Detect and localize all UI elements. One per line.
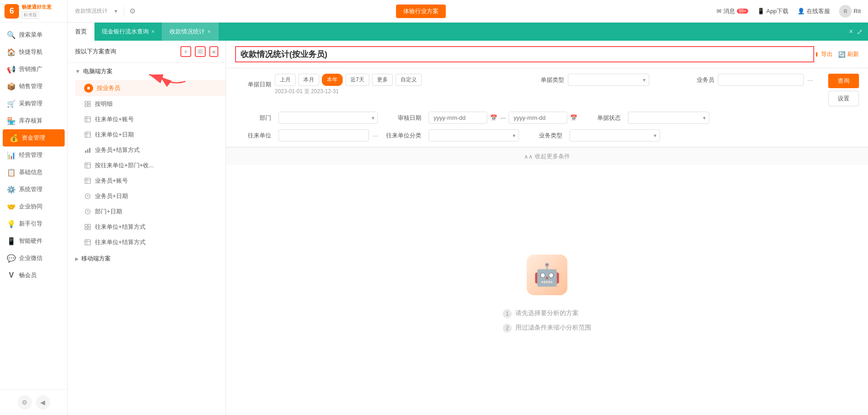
partner-category-label: 往来单位分类 xyxy=(385,132,421,140)
partner-more-icon[interactable]: ··· xyxy=(373,132,378,139)
date-btn-this-month[interactable]: 本月 xyxy=(298,74,319,86)
sidebar-item-search[interactable]: 🔍 搜索菜单 xyxy=(0,26,67,43)
calendar-icon-2[interactable]: 📅 xyxy=(570,114,577,121)
collapse-footer-btn[interactable]: ◀ xyxy=(36,395,50,410)
home-icon: 🏠 xyxy=(7,48,15,56)
sidebar-item-inventory[interactable]: 🏪 库存核算 xyxy=(0,112,67,129)
review-date-from[interactable] xyxy=(429,112,487,124)
plan-item-unit-date[interactable]: 往来单位+日期 xyxy=(75,127,226,142)
salesperson-label: 业务员 xyxy=(678,76,714,84)
dept-select-wrapper: ▾ xyxy=(278,112,378,124)
collapse-panel-btn[interactable]: « xyxy=(209,46,218,57)
sidebar-item-member[interactable]: V 畅会员 xyxy=(0,267,67,284)
partner-input[interactable] xyxy=(278,129,369,141)
biz-type-label: 业务类型 xyxy=(526,132,562,140)
trial-btn[interactable]: 体验行业方案 xyxy=(396,5,446,18)
refresh-btn[interactable]: 🔄 刷新 xyxy=(838,50,859,58)
svg-rect-18 xyxy=(85,178,90,184)
doc-status-select[interactable] xyxy=(628,112,709,124)
plan-item-by-detail[interactable]: 按明细 xyxy=(75,96,226,112)
online-service-btn[interactable]: 👤 在线客服 xyxy=(797,7,830,15)
sales-icon: 📦 xyxy=(7,82,15,90)
desktop-plans-header[interactable]: ▼ 电脑端方案 xyxy=(68,63,226,80)
mobile-expand-icon: ▶ xyxy=(75,256,79,261)
breadcrumb-dropdown[interactable]: ▾ xyxy=(111,7,120,16)
app-icon: 📱 xyxy=(757,8,764,14)
sidebar-item-basic[interactable]: 📋 基础信息 xyxy=(0,164,67,181)
salesperson-input[interactable] xyxy=(718,74,804,86)
message-icon: ✉ xyxy=(717,8,722,14)
tab-home[interactable]: 首页 xyxy=(68,23,94,41)
doc-type-select[interactable] xyxy=(568,74,649,86)
window-buttons: × ⤢ xyxy=(844,23,868,41)
desktop-plans-label: 电脑端方案 xyxy=(83,67,113,75)
plan-item-unit-account[interactable]: 往来单位+账号 xyxy=(75,112,226,127)
plan-item-unit-payment2[interactable]: 往来单位+结算方式 xyxy=(75,235,226,250)
mobile-plans-header[interactable]: ▶ 移动端方案 xyxy=(68,250,226,267)
sidebar-item-marketing[interactable]: 📢 营销推广 xyxy=(0,61,67,78)
tab-receipt[interactable]: 收款情况统计 × xyxy=(162,23,218,41)
biz-type-select[interactable] xyxy=(570,129,660,141)
sidebar-item-hardware[interactable]: 📱 智能硬件 xyxy=(0,232,67,250)
plan-item-sales-payment[interactable]: 业务员+结算方式 xyxy=(75,142,226,158)
collapse-filter-btn[interactable]: ∧∧ 收起更多条件 xyxy=(226,147,868,165)
add-plan-btn[interactable]: + xyxy=(180,46,191,57)
dept-select[interactable] xyxy=(278,112,378,124)
sidebar-item-operation[interactable]: 📊 经营管理 xyxy=(0,146,67,164)
export-btn[interactable]: ⬆ 导出 xyxy=(814,50,833,58)
left-panel: 按以下方案查询 + « ▼ 电脑端方案 xyxy=(68,41,226,415)
sidebar-item-quick-nav[interactable]: 🏠 快捷导航 xyxy=(0,43,67,61)
date-btn-more[interactable]: 更多 xyxy=(372,74,393,86)
sidebar-item-purchase[interactable]: 🛒 采购管理 xyxy=(0,95,67,112)
wechat-icon: 💬 xyxy=(7,254,15,262)
page-title: 收款情况统计(按业务员) xyxy=(235,46,814,62)
query-btn[interactable]: 查询 xyxy=(828,74,859,88)
sidebar-item-sales[interactable]: 📦 销售管理 xyxy=(0,78,67,95)
plan-settings-btn[interactable] xyxy=(195,46,206,57)
app-download-btn[interactable]: 📱 App下载 xyxy=(757,7,788,15)
date-btn-custom[interactable]: 自定义 xyxy=(396,74,422,86)
tab-receipt-close[interactable]: × xyxy=(208,28,211,35)
settings-btn[interactable]: 设置 xyxy=(828,91,859,106)
sidebar-item-wechat[interactable]: 💬 企业微信 xyxy=(0,250,67,267)
user-info[interactable]: R Rit xyxy=(839,5,861,18)
tab-bank[interactable]: 现金银行流水查询 × xyxy=(94,23,162,41)
plan-item-by-salesperson[interactable]: 按业务员 xyxy=(75,80,226,96)
filter-area: 单据日期 上月 本月 本年 近7天 更多 自定义 2023-01-01 至 20… xyxy=(226,68,868,147)
date-btn-7days[interactable]: 近7天 xyxy=(345,74,369,86)
partner-category-select[interactable] xyxy=(429,129,519,141)
calendar-icon-1[interactable]: 📅 xyxy=(490,114,497,121)
page-header: 收款情况统计(按业务员) ⬆ 导出 🔄 刷新 xyxy=(226,41,868,68)
table-icon-5 xyxy=(84,239,91,246)
sidebar-item-collab[interactable]: 🤝 企业协同 xyxy=(0,198,67,215)
settings-gear-icon[interactable]: ⚙ xyxy=(128,7,137,16)
message-badge: 99+ xyxy=(737,9,748,14)
active-indicator xyxy=(84,84,93,93)
sidebar-item-finance[interactable]: 💰 资金管理 xyxy=(3,129,65,146)
desktop-plans-list: 按业务员 按明细 往来单位+账号 xyxy=(68,80,226,250)
sidebar-item-guide[interactable]: 💡 新手引导 xyxy=(0,215,67,232)
dept-label: 部门 xyxy=(235,114,271,122)
plan-item-sales-date[interactable]: 业务员+日期 xyxy=(75,189,226,204)
sidebar-item-system[interactable]: ⚙️ 系统管理 xyxy=(0,181,67,198)
plan-item-unit-payment1[interactable]: 往来单位+结算方式 xyxy=(75,219,226,235)
doc-status-label: 单据状态 xyxy=(585,114,621,122)
topbar-right: ✉ 消息 99+ 📱 App下载 👤 在线客服 R Rit xyxy=(717,5,861,18)
system-icon: ⚙️ xyxy=(7,185,15,193)
tab-bank-close[interactable]: × xyxy=(151,28,155,35)
plan-item-unit-dept-receipt[interactable]: 按往来单位+部门+收... xyxy=(75,158,226,173)
plan-item-sales-account[interactable]: 业务员+账号 xyxy=(75,173,226,189)
maximize-btn[interactable]: ⤢ xyxy=(857,28,863,36)
member-icon: V xyxy=(7,271,15,279)
plan-item-dept-date[interactable]: 部门+日期 xyxy=(75,204,226,219)
close-window-btn[interactable]: × xyxy=(849,28,853,36)
logo-text: 畅捷通好生意 标准版 xyxy=(22,4,52,19)
svg-rect-2 xyxy=(85,101,87,104)
settings-footer-btn[interactable]: ⚙ xyxy=(18,395,32,410)
doc-type-select-wrapper: ▾ xyxy=(568,74,649,86)
salesperson-more-icon[interactable]: ··· xyxy=(807,76,813,84)
message-btn[interactable]: ✉ 消息 99+ xyxy=(717,7,748,15)
date-btn-this-year[interactable]: 本年 xyxy=(322,74,343,86)
review-date-to[interactable] xyxy=(509,112,567,124)
date-btn-last-month[interactable]: 上月 xyxy=(275,74,296,86)
